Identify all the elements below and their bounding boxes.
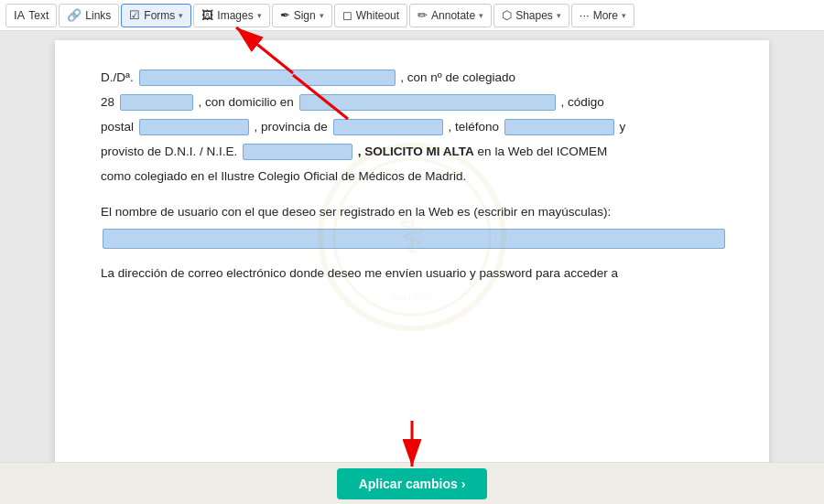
shapes-label: Shapes — [515, 9, 553, 22]
apply-button[interactable]: Aplicar cambios › — [337, 468, 488, 499]
document-page: ⚕ MADRID COLEGIO OFICIAL D./Dª. , con nº… — [55, 40, 769, 488]
annotate-label: Annotate — [431, 9, 475, 22]
annotate-button[interactable]: ✏ Annotate ▾ — [409, 4, 492, 27]
line1-prefix: D./Dª. — [101, 70, 134, 84]
line-4: provisto de D.N.I. / N.I.E. , SOLICITO M… — [101, 142, 723, 163]
sign-label: Sign — [294, 9, 316, 22]
annotate-icon: ✏ — [417, 8, 428, 22]
whiteout-icon: ◻ — [342, 8, 352, 22]
forms-icon: ☑ — [129, 8, 140, 22]
field-provincia[interactable] — [333, 119, 443, 135]
shapes-chevron-icon: ▾ — [557, 11, 561, 20]
field-colegiado[interactable] — [120, 94, 193, 111]
svg-text:MADRID: MADRID — [392, 292, 433, 303]
field-postal[interactable] — [139, 119, 249, 135]
forms-label: Forms — [144, 9, 175, 22]
toolbar: IA Text 🔗 Links ☑ Forms ▾ 🖼 Images ▾ ✒ S… — [0, 0, 824, 31]
line5-text: como colegiado en el Ilustre Colegio Ofi… — [101, 169, 466, 183]
forms-button[interactable]: ☑ Forms ▾ — [121, 4, 191, 27]
field-name[interactable] — [139, 70, 396, 86]
links-button[interactable]: 🔗 Links — [59, 4, 119, 27]
line3-end: y — [619, 120, 625, 134]
more-icon: ··· — [580, 8, 590, 22]
field-username[interactable] — [103, 229, 725, 249]
line2-num: 28 — [101, 95, 114, 109]
bottom-bar: Aplicar cambios › — [0, 462, 824, 504]
annotate-chevron-icon: ▾ — [479, 11, 483, 20]
sign-button[interactable]: ✒ Sign ▾ — [272, 4, 332, 27]
more-label: More — [593, 9, 618, 22]
line2-middle: , con domicilio en — [199, 95, 294, 109]
line-3: postal , provincia de , teléfono y — [101, 117, 723, 138]
line-7: La dirección de correo electrónico donde… — [101, 263, 723, 284]
apply-button-label: Aplicar cambios › — [359, 477, 466, 491]
spacer-1 — [101, 191, 723, 202]
line7-text: La dirección de correo electrónico donde… — [101, 266, 618, 280]
line4-text: provisto de D.N.I. / N.I.E. — [101, 145, 237, 158]
shapes-button[interactable]: ⬡ Shapes ▾ — [493, 4, 569, 27]
line4-bold: , SOLICITO MI ALTA — [358, 145, 474, 158]
line6-text: El nombre de usuario con el que deseo se… — [101, 205, 611, 219]
line3-suffix: , teléfono — [448, 120, 499, 134]
sign-chevron-icon: ▾ — [320, 11, 324, 20]
line1-suffix: , con nº de colegiado — [400, 70, 515, 84]
content-area: ⚕ MADRID COLEGIO OFICIAL D./Dª. , con nº… — [0, 31, 824, 504]
line-6: El nombre de usuario con el que deseo se… — [101, 202, 723, 223]
line3-prefix: postal — [101, 120, 134, 134]
text-label: Text — [28, 9, 49, 22]
more-chevron-icon: ▾ — [622, 11, 626, 20]
spacer-2 — [101, 254, 723, 263]
images-label: Images — [217, 9, 253, 22]
links-label: Links — [85, 9, 111, 22]
whiteout-label: Whiteout — [356, 9, 399, 22]
field-domicilio[interactable] — [299, 94, 556, 111]
more-button[interactable]: ··· More ▾ — [571, 4, 634, 27]
shapes-icon: ⬡ — [502, 8, 512, 22]
images-chevron-icon: ▾ — [257, 11, 262, 20]
line-2: 28 , con domicilio en , código — [101, 92, 723, 113]
field-dni[interactable] — [243, 144, 352, 160]
images-icon: 🖼 — [201, 8, 213, 22]
line-1: D./Dª. , con nº de colegiado — [101, 68, 723, 89]
sign-icon: ✒ — [280, 8, 290, 22]
username-field-row — [101, 229, 723, 249]
line-5: como colegiado en el Ilustre Colegio Ofi… — [101, 166, 723, 188]
line3-middle: , provincia de — [255, 120, 328, 134]
links-icon: 🔗 — [67, 8, 81, 22]
whiteout-button[interactable]: ◻ Whiteout — [334, 4, 407, 27]
images-button[interactable]: 🖼 Images ▾ — [193, 4, 269, 27]
forms-chevron-icon: ▾ — [179, 11, 183, 20]
text-icon: IA — [14, 8, 25, 22]
field-telefono[interactable] — [504, 119, 614, 135]
text-button[interactable]: IA Text — [5, 4, 57, 27]
line2-suffix: , código — [560, 95, 603, 109]
line4-suffix: en la Web del ICOMEM — [478, 145, 608, 158]
